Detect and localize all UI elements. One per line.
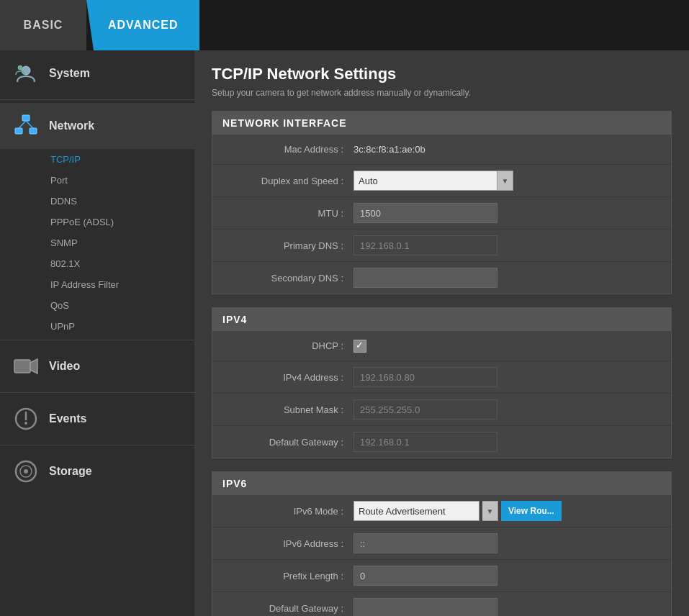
ipv6-address-label: IPv6 Address :: [224, 538, 353, 549]
network-interface-section: NETWORK INTERFACE Mac Address : 3c:8c:f8…: [212, 111, 672, 294]
svg-line-6: [26, 121, 33, 128]
svg-rect-2: [22, 115, 30, 121]
svg-point-11: [24, 422, 27, 425]
storage-icon: [12, 457, 40, 486]
sidebar: System Network TCP/IP Port DDNS PP: [0, 50, 194, 616]
subnet-mask-label: Subnet Mask :: [224, 404, 353, 415]
dhcp-row: DHCP :: [212, 331, 671, 361]
subnav-tcpip[interactable]: TCP/IP: [43, 149, 194, 170]
sidebar-item-system-label: System: [49, 67, 90, 80]
ipv4-header: IPV4: [212, 308, 671, 331]
ipv6-address-input[interactable]: [353, 533, 497, 553]
primary-dns-label: Primary DNS :: [224, 240, 353, 251]
main-layout: System Network TCP/IP Port DDNS PP: [0, 50, 689, 616]
svg-marker-8: [30, 359, 37, 373]
sidebar-divider-2: [0, 340, 194, 340]
network-interface-header: NETWORK INTERFACE: [212, 112, 671, 135]
sidebar-divider-1: [0, 99, 194, 100]
dhcp-checkbox[interactable]: [353, 340, 366, 353]
sidebar-item-storage-label: Storage: [49, 465, 92, 478]
content-area: TCP/IP Network Settings Setup your camer…: [194, 50, 689, 616]
subnav-qos[interactable]: QoS: [43, 295, 194, 316]
sidebar-divider-3: [0, 392, 194, 393]
ipv6-mode-row: IPv6 Mode : Route Advertisement ▼ View R…: [212, 495, 671, 527]
ipv6-address-row: IPv6 Address :: [212, 527, 671, 560]
svg-rect-4: [30, 128, 37, 134]
sidebar-item-network[interactable]: Network: [0, 103, 194, 149]
ipv6-gateway-label: Default Gateway :: [224, 603, 353, 614]
sidebar-item-events-label: Events: [49, 412, 86, 425]
subnav-port[interactable]: Port: [43, 170, 194, 191]
duplex-speed-select-arrow[interactable]: ▼: [497, 171, 513, 191]
duplex-speed-select-wrapper: Auto ▼: [353, 171, 513, 191]
duplex-speed-select[interactable]: Auto: [353, 171, 497, 191]
subnav-pppoe[interactable]: PPPoE (ADSL): [43, 212, 194, 232]
secondary-dns-input[interactable]: [353, 268, 497, 288]
mac-address-value: 3c:8c:f8:a1:ae:0b: [353, 144, 425, 155]
view-route-button[interactable]: View Rou...: [501, 501, 562, 521]
ipv4-gateway-label: Default Gateway :: [224, 437, 353, 448]
video-icon: [12, 352, 40, 381]
subnav-8021x[interactable]: 802.1X: [43, 253, 194, 274]
ipv6-section: IPV6 IPv6 Mode : Route Advertisement ▼ V…: [212, 471, 672, 616]
ipv4-address-label: IPv4 Address :: [224, 372, 353, 383]
page-subtitle: Setup your camera to get network address…: [212, 88, 672, 98]
primary-dns-input[interactable]: [353, 235, 497, 255]
svg-rect-7: [14, 360, 30, 373]
ipv6-mode-controls: Route Advertisement ▼ View Rou...: [353, 501, 562, 521]
sidebar-item-storage[interactable]: Storage: [0, 448, 194, 494]
network-icon: [12, 112, 40, 140]
subnav-snmp[interactable]: SNMP: [43, 232, 194, 253]
basic-tab[interactable]: BASIC: [0, 0, 86, 50]
ipv6-header: IPV6: [212, 472, 671, 495]
primary-dns-row: Primary DNS :: [212, 230, 671, 262]
prefix-length-input[interactable]: [353, 566, 497, 586]
ipv4-section: IPV4 DHCP : IPv4 Address : Subnet Mask :…: [212, 307, 672, 458]
dhcp-label: DHCP :: [224, 340, 353, 351]
svg-point-0: [22, 66, 30, 75]
svg-point-14: [24, 469, 28, 474]
page-title: TCP/IP Network Settings: [212, 65, 672, 83]
mtu-row: MTU :: [212, 197, 671, 230]
prefix-length-label: Prefix Length :: [224, 571, 353, 581]
secondary-dns-row: Secondary DNS :: [212, 262, 671, 294]
sidebar-item-system[interactable]: System: [0, 50, 194, 96]
sidebar-item-network-label: Network: [49, 119, 94, 132]
ipv6-mode-label: IPv6 Mode :: [224, 506, 353, 517]
ipv4-address-input[interactable]: [353, 367, 497, 387]
ipv4-address-row: IPv4 Address :: [212, 361, 671, 394]
ipv6-mode-select-arrow[interactable]: ▼: [482, 501, 498, 521]
duplex-speed-label: Duplex and Speed :: [224, 176, 353, 186]
advanced-tab[interactable]: ADVANCED: [86, 0, 199, 50]
events-icon: [12, 404, 40, 433]
sidebar-divider-4: [0, 445, 194, 445]
secondary-dns-label: Secondary DNS :: [224, 273, 353, 284]
mac-address-row: Mac Address : 3c:8c:f8:a1:ae:0b: [212, 135, 671, 165]
svg-rect-3: [15, 128, 22, 134]
mac-address-label: Mac Address :: [224, 144, 353, 155]
sidebar-item-video[interactable]: Video: [0, 343, 194, 389]
ipv6-gateway-input[interactable]: [353, 598, 497, 616]
ipv6-mode-select[interactable]: Route Advertisement: [353, 501, 479, 521]
mtu-input[interactable]: [353, 203, 497, 223]
mtu-label: MTU :: [224, 208, 353, 219]
sidebar-item-events[interactable]: Events: [0, 396, 194, 442]
svg-line-5: [19, 121, 26, 128]
subnet-mask-input[interactable]: [353, 399, 497, 420]
prefix-length-row: Prefix Length :: [212, 560, 671, 592]
ipv4-gateway-row: Default Gateway :: [212, 426, 671, 458]
subnav-ipfilter[interactable]: IP Address Filter: [43, 274, 194, 295]
network-subnav: TCP/IP Port DDNS PPPoE (ADSL) SNMP 802.1…: [0, 149, 194, 337]
subnav-ddns[interactable]: DDNS: [43, 191, 194, 212]
top-navigation: BASIC ADVANCED: [0, 0, 689, 50]
svg-point-1: [18, 65, 22, 70]
subnet-mask-row: Subnet Mask :: [212, 394, 671, 426]
subnav-upnp[interactable]: UPnP: [43, 316, 194, 337]
duplex-speed-row: Duplex and Speed : Auto ▼: [212, 165, 671, 197]
system-icon: [12, 59, 40, 88]
ipv6-gateway-row: Default Gateway :: [212, 592, 671, 616]
ipv4-gateway-input[interactable]: [353, 432, 497, 452]
sidebar-item-video-label: Video: [49, 360, 80, 373]
